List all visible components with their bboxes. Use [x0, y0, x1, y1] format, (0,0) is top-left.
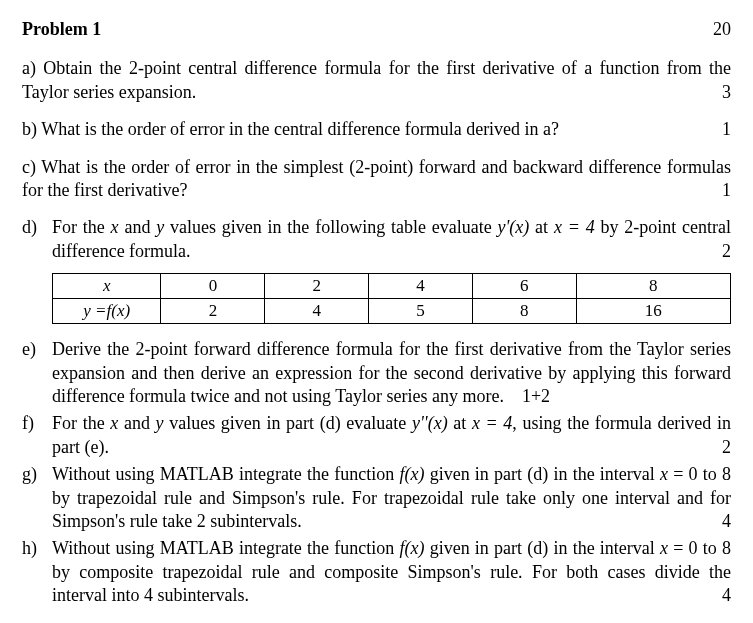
- var-y: y: [156, 217, 164, 237]
- t: at: [448, 413, 472, 433]
- part-h-marker: h): [22, 537, 52, 607]
- part-d-body: For the x and y values given in the foll…: [52, 216, 731, 263]
- part-d: d) For the x and y values given in the f…: [22, 216, 731, 263]
- part-e-text: Derive the 2-point forward difference fo…: [52, 339, 731, 406]
- part-a-points: 3: [722, 81, 731, 104]
- part-g-marker: g): [22, 463, 52, 533]
- problem-header: Problem 1 20: [22, 18, 731, 41]
- yprime: y'(x): [497, 217, 529, 237]
- t: values given in part (d) evaluate: [164, 413, 412, 433]
- fx: f(x): [399, 464, 424, 484]
- t: Without using MATLAB integrate the funct…: [52, 538, 399, 558]
- part-e-body: Derive the 2-point forward difference fo…: [52, 338, 731, 408]
- part-b: b) What is the order of error in the cen…: [22, 118, 731, 141]
- part-e: e) Derive the 2-point forward difference…: [22, 338, 731, 408]
- part-b-points: 1: [722, 118, 731, 141]
- t: and: [119, 217, 157, 237]
- cell: 8: [472, 299, 576, 324]
- var-x: x: [660, 464, 668, 484]
- part-e-points: 1+2: [522, 386, 550, 406]
- part-f: f) For the x and y values given in part …: [22, 412, 731, 459]
- var-x: x: [111, 217, 119, 237]
- part-g-points: 4: [722, 510, 731, 533]
- t: at: [529, 217, 554, 237]
- var-x: x: [660, 538, 668, 558]
- part-e-marker: e): [22, 338, 52, 408]
- var-y: y: [156, 413, 164, 433]
- problem-title: Problem 1: [22, 18, 101, 41]
- cell: 5: [369, 299, 473, 324]
- t: For the: [52, 413, 110, 433]
- t: and: [118, 413, 155, 433]
- ypp: y''(x): [412, 413, 448, 433]
- part-c: c) What is the order of error in the sim…: [22, 156, 731, 203]
- fx: f(x): [399, 538, 424, 558]
- t: given in part (d) in the interval: [424, 464, 660, 484]
- table-row: x 0 2 4 6 8: [53, 274, 731, 299]
- cell: 16: [576, 299, 730, 324]
- cell: 6: [472, 274, 576, 299]
- part-d-marker: d): [22, 216, 52, 263]
- t: given in part (d) in the interval: [424, 538, 660, 558]
- eq: x = 4: [554, 217, 595, 237]
- part-f-body: For the x and y values given in part (d)…: [52, 412, 731, 459]
- t: For the: [52, 217, 111, 237]
- part-a-text: a) Obtain the 2-point central difference…: [22, 58, 731, 101]
- part-g-body: Without using MATLAB integrate the funct…: [52, 463, 731, 533]
- part-c-points: 1: [722, 179, 731, 202]
- part-h-points: 4: [722, 584, 731, 607]
- cell: 4: [369, 274, 473, 299]
- table-row: y =f(x) 2 4 5 8 16: [53, 299, 731, 324]
- part-f-marker: f): [22, 412, 52, 459]
- part-a: a) Obtain the 2-point central difference…: [22, 57, 731, 104]
- problem-total-points: 20: [713, 18, 731, 41]
- part-g: g) Without using MATLAB integrate the fu…: [22, 463, 731, 533]
- part-c-text: c) What is the order of error in the sim…: [22, 157, 731, 200]
- t: Without using MATLAB integrate the funct…: [52, 464, 399, 484]
- cell: 4: [265, 299, 369, 324]
- part-f-points: 2: [722, 436, 731, 459]
- t: y =: [83, 301, 106, 320]
- data-table: x 0 2 4 6 8 y =f(x) 2 4 5 8 16: [52, 273, 731, 324]
- eq: x = 4: [472, 413, 512, 433]
- part-h: h) Without using MATLAB integrate the fu…: [22, 537, 731, 607]
- cell: 2: [161, 299, 265, 324]
- part-h-body: Without using MATLAB integrate the funct…: [52, 537, 731, 607]
- cell: 8: [576, 274, 730, 299]
- cell: 0: [161, 274, 265, 299]
- t: values given in the following table eval…: [164, 217, 497, 237]
- table-header-fx: f(x): [107, 301, 131, 320]
- table-header-x: x: [103, 276, 111, 295]
- cell: 2: [265, 274, 369, 299]
- part-d-points: 2: [722, 240, 731, 263]
- part-b-text: b) What is the order of error in the cen…: [22, 119, 559, 139]
